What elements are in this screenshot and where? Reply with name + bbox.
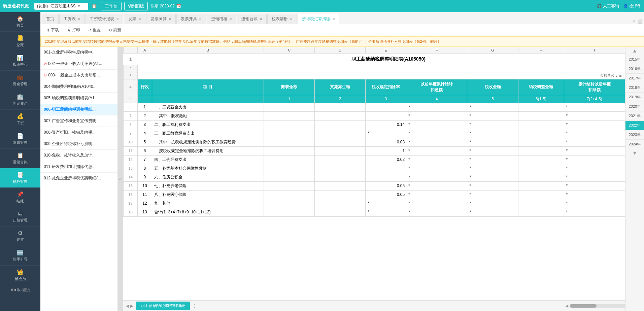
tab-bar-close-all[interactable]: ✕: [632, 19, 636, 24]
year-2020[interactable]: 2020年: [625, 102, 644, 111]
year-2021[interactable]: 2021年: [625, 111, 644, 121]
form-item-008[interactable]: 008-资产折旧、摊销及纳税...: [40, 127, 117, 138]
tab-salary-close[interactable]: ✕: [78, 17, 80, 21]
horizontal-scroll-left[interactable]: ◀: [565, 304, 568, 308]
form-item-006[interactable]: 006-职工薪酬纳税调整明细...: [40, 104, 117, 115]
tab-invoice-issue-close[interactable]: ✕: [199, 17, 202, 21]
col-h: H: [518, 47, 564, 53]
sidebar-item-tax[interactable]: 📑 税务管理: [0, 168, 40, 188]
sheet-tab-label: 职工薪酬纳税调整明细表: [141, 303, 185, 309]
tab-salary[interactable]: 工资表 ✕: [59, 14, 85, 24]
col-a: A: [138, 47, 152, 53]
service-btn[interactable]: 🎧 人工客询: [597, 3, 619, 9]
sidebar-item-home[interactable]: 🏠 首页: [0, 12, 40, 32]
form-item-005[interactable]: 005-纳税调整项目明细表(A1...: [40, 93, 117, 104]
app-container: 畅捷通易代账 (勿删）江西股宝-LSS ▼ 📋 工作台 切到旧版 账期 2023…: [0, 0, 644, 311]
form-item-002[interactable]: ⊘ 002-一般企业收入明细表(A1...: [40, 58, 117, 70]
tab-income-tax[interactable]: 所得税汇算清缴 ✕: [298, 14, 339, 24]
sidebar-item-reports[interactable]: 📊 报表中心: [0, 51, 40, 71]
form-item-007[interactable]: 007-广告宣传和业务宣传费明...: [40, 115, 117, 127]
bottom-tab-bar: ◀ ▶ 职工薪酬纳税调整明细表 ⋮ ◀: [123, 300, 644, 311]
old-version-button[interactable]: 切到旧版: [124, 2, 148, 10]
reset-button[interactable]: ↺ 重置: [86, 26, 103, 34]
sidebar-item-salary[interactable]: 💰 工资: [0, 110, 40, 129]
form-item-009[interactable]: 009-企业所得税弥补亏损明...: [40, 138, 117, 150]
table-row: 17 12 九、其他 * * * *: [124, 199, 625, 208]
tab-salary-stats[interactable]: 工资统计报表 ✕: [86, 14, 123, 24]
header-col1: 账载全额: [264, 79, 315, 95]
table-row-title: 1 职工薪酬纳税调整明细表(A105050): [124, 53, 625, 65]
tab-bar-expand[interactable]: ⬜: [638, 19, 643, 24]
form-item-011[interactable]: 011-研发费用加计扣除优惠...: [40, 161, 117, 173]
sidebar-item-assets[interactable]: 🏢 固定资产: [0, 90, 40, 110]
year-2022[interactable]: 2022年: [625, 121, 644, 130]
tab-invoice-close[interactable]: ✕: [138, 17, 141, 21]
tab-tax-forms[interactable]: 税表清册 ✕: [267, 14, 297, 24]
main-layout: 🏠 首页 📒 总账 📊 报表中心 💼 资金管理 🏢 固定资产 💰 工资: [0, 12, 644, 311]
sidebar-item-funds[interactable]: 💼 资金管理: [0, 71, 40, 90]
year-2019[interactable]: 2019年: [625, 93, 644, 102]
top-bar-right: 🎧 人工客询 👤 徐泽华: [597, 3, 641, 9]
year-2018[interactable]: 2018年: [625, 83, 644, 93]
workspace-button[interactable]: 工作台: [101, 2, 122, 10]
collapse-panel-btn[interactable]: «: [118, 47, 123, 311]
company-selector[interactable]: (勿删）江西股宝-LSS ▼: [34, 3, 88, 10]
tab-purchase-verify[interactable]: 进销稽核 ✕: [207, 14, 236, 24]
warning-bar: 2019年度涉及取以前年度结转数据的申报表单元格需要手工操作正确，才能保证本年及…: [40, 36, 644, 47]
tab-salary-stats-close[interactable]: ✕: [116, 17, 119, 21]
sidebar-label-member: 畅会员: [15, 276, 26, 281]
sidebar-item-guide[interactable]: 🆕 新手引导: [0, 246, 40, 266]
sheet-scroll-right[interactable]: ▶: [130, 304, 133, 308]
tab-invoice-calc-close[interactable]: ✕: [169, 17, 171, 21]
tab-purchase-verify-close[interactable]: ✕: [229, 17, 232, 21]
app-logo: 畅捷通易代账: [3, 3, 29, 9]
sidebar-label-reports: 报表中心: [13, 62, 28, 67]
tab-invoice-issue[interactable]: 发票开具 ✕: [176, 14, 206, 24]
sheet-menu-dots[interactable]: ⋮: [193, 304, 197, 308]
unit-label: 金额单位：元: [152, 72, 625, 79]
funds-icon: 💼: [17, 74, 24, 80]
col-f: F: [406, 47, 467, 53]
sheet-scroll-left[interactable]: ◀: [126, 304, 129, 308]
year-2016[interactable]: 2016年: [625, 64, 644, 74]
home-icon: 🏠: [17, 15, 24, 22]
tab-invoice-calc[interactable]: 发票测算 ✕: [146, 14, 176, 24]
sidebar-item-close[interactable]: 📌 结账: [0, 188, 40, 207]
period-calendar-icon[interactable]: 📅: [176, 4, 181, 8]
form-item-001[interactable]: 001-企业所得税年度纳税申...: [40, 47, 117, 58]
download-button[interactable]: ⬇ 下载: [44, 26, 61, 34]
col-b: B: [152, 47, 264, 53]
year-2024[interactable]: 2024年: [625, 140, 644, 149]
sidebar-item-ledger[interactable]: 📒 总账: [0, 32, 40, 51]
form-item-003[interactable]: ⊘ 003-一般企业成本支出明细...: [40, 70, 117, 81]
tab-home[interactable]: 首页: [42, 14, 59, 24]
year-2017[interactable]: 2017年: [625, 74, 644, 83]
calendar-icon[interactable]: 📋: [92, 4, 97, 8]
table-container[interactable]: A B C D E F G H I: [123, 47, 644, 301]
print-button[interactable]: 🖨 打印: [65, 26, 82, 34]
tab-tax-forms-close[interactable]: ✕: [290, 17, 293, 21]
cancel-fixed-btn[interactable]: ◀◀ 取消固定: [0, 285, 40, 295]
year-2023[interactable]: 2023年: [625, 130, 644, 140]
tab-invoice[interactable]: 发票 ✕: [124, 14, 145, 24]
year-2015[interactable]: 2015年: [625, 55, 644, 64]
form-item-004[interactable]: 004-期间费用明细表(A1040...: [40, 81, 117, 93]
table-row-2: 2: [124, 65, 625, 72]
form-item-010[interactable]: 010-免税、减计收入及加计...: [40, 150, 117, 161]
sidebar-item-settings[interactable]: ⚙ 设置: [0, 227, 40, 246]
sidebar-item-invoice[interactable]: 📄 发票管理: [0, 129, 40, 149]
tab-purchase-ledger-close[interactable]: ✕: [260, 17, 262, 21]
form-item-012[interactable]: 012-减免企业所得税优惠明细(...: [40, 173, 117, 184]
year-nav-down[interactable]: ▼: [625, 149, 644, 157]
sidebar-item-member[interactable]: 👑 畅会员: [0, 266, 40, 285]
tab-purchase-ledger[interactable]: 进销台账 ✕: [237, 14, 267, 24]
tab-income-tax-close[interactable]: ✕: [332, 17, 335, 21]
sidebar-item-archive[interactable]: 🗂 归档管理: [0, 207, 40, 227]
user-btn[interactable]: 👤 徐泽华: [623, 3, 641, 9]
year-nav-up[interactable]: ▲: [625, 47, 644, 55]
member-icon: 👑: [17, 269, 24, 275]
sheet-tab-main[interactable]: 职工薪酬纳税调整明细表: [136, 302, 190, 310]
refresh-button[interactable]: ↻ 刷新: [107, 26, 123, 34]
table-row: 7 2 其中：股权激励 * * *: [124, 111, 625, 120]
sidebar-item-purchase-sales[interactable]: 📋 进销台账: [0, 149, 40, 168]
